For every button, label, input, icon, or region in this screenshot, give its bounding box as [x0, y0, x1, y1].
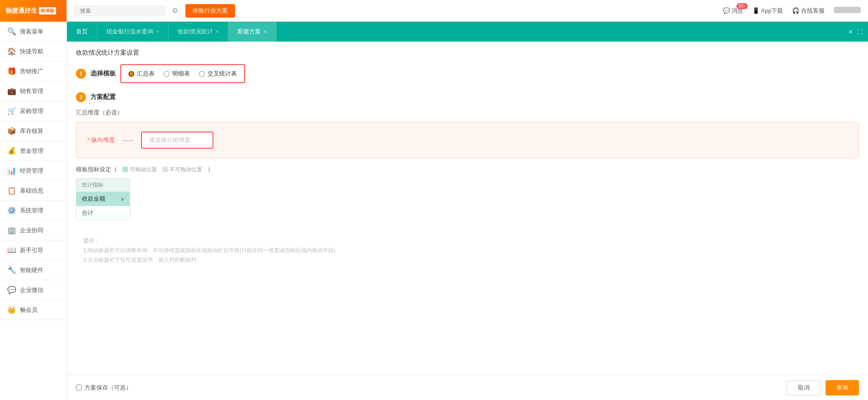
- sidebar-label-11: 新手引导: [20, 246, 43, 254]
- download-icon: 📱: [752, 7, 760, 14]
- non-draggable-dot: [162, 167, 168, 172]
- search-input[interactable]: [74, 5, 165, 16]
- dimension-select[interactable]: 请选择分组维度: [141, 132, 213, 149]
- sidebar-icon-8: 📋: [7, 186, 16, 195]
- stats-table-title: 统计指标: [76, 179, 130, 192]
- sidebar-item-2[interactable]: 🎁 营销推广: [0, 61, 66, 81]
- sidebar-icon-9: ⚙️: [7, 206, 16, 215]
- query-button[interactable]: 查询: [826, 380, 859, 395]
- header-right: 💬 消息 99+ 📱 App下载 🎧 在线客服: [723, 7, 861, 15]
- sidebar-icon-14: 👑: [7, 306, 16, 314]
- legend-draggable: 可拖动位置: [123, 166, 157, 174]
- tab-close-1[interactable]: ×: [156, 28, 159, 35]
- save-checkbox-input[interactable]: [76, 385, 82, 391]
- sidebar-item-5[interactable]: 📦 库存核算: [0, 121, 66, 141]
- draggable-dot: [123, 167, 128, 172]
- dimension-placeholder: 请选择分组维度: [149, 136, 190, 143]
- tips-section: 提示： 1.拖动标题栏可以调整布局，不可跨维度或指标区域拖动栏目字段(只能在同一…: [76, 231, 859, 271]
- sidebar-item-10[interactable]: 🏢 企业协同: [0, 221, 66, 240]
- step1-title: 选择模板: [90, 70, 116, 78]
- tab-1[interactable]: 现金银行流水查询 ×: [97, 22, 169, 42]
- sidebar-icon-12: 🔧: [7, 266, 16, 274]
- radio-huizong-input[interactable]: [128, 71, 134, 77]
- tab-label-1: 现金银行流水查询: [106, 28, 153, 36]
- tab-close-3[interactable]: ×: [264, 28, 267, 35]
- save-label: 方案保存（可选）: [85, 384, 132, 392]
- radio-jiaocha-label[interactable]: 交叉统计表: [208, 70, 237, 78]
- logo-badge: 标准版: [39, 7, 56, 14]
- sidebar-icon-2: 🎁: [7, 67, 16, 75]
- download-button[interactable]: 📱 App下载: [752, 7, 783, 15]
- sidebar-label-7: 经营管理: [20, 167, 43, 175]
- sidebar-item-8[interactable]: 📋 基础信息: [0, 181, 66, 201]
- dimension-title: 汇总维度（必选）: [76, 108, 859, 117]
- close-window-icon[interactable]: ✕: [848, 28, 853, 35]
- user-info[interactable]: [834, 7, 861, 14]
- page-title: 收款情况统计方案设置: [76, 49, 859, 57]
- plan-config: 汇总维度（必选） * 纵向维度 —— 请选择分组维度 模板指标设定（: [76, 108, 859, 271]
- cancel-button[interactable]: 取消: [787, 380, 821, 395]
- bottom-bar: 方案保存（可选） 取消 查询: [67, 375, 868, 400]
- sidebar-icon-0: 🔍: [7, 27, 16, 36]
- tab-label-2: 收款情况统计: [178, 28, 213, 36]
- user-label: [834, 7, 861, 13]
- radio-jiaocha[interactable]: 交叉统计表: [199, 70, 237, 78]
- draggable-label: 可拖动位置: [130, 166, 157, 174]
- sidebar-item-11[interactable]: 📖 新手引导: [0, 240, 66, 260]
- support-label: 在线客服: [801, 7, 825, 14]
- tab-0[interactable]: 首页: [67, 22, 97, 42]
- sidebar-label-3: 销售管理: [20, 87, 43, 95]
- radio-huizong-label[interactable]: 汇总表: [137, 70, 155, 78]
- sidebar-label-10: 企业协同: [20, 226, 43, 235]
- col-label: 收款金额: [82, 195, 105, 203]
- sidebar-item-7[interactable]: 📊 经营管理: [0, 161, 66, 181]
- sidebar-item-3[interactable]: 💼 销售管理: [0, 81, 66, 101]
- sidebar-label-9: 系统管理: [20, 207, 43, 215]
- tab-2[interactable]: 收款情况统计 ×: [169, 22, 228, 42]
- step2-title: 方案配置: [90, 93, 116, 101]
- metrics-close-paren: ）: [208, 165, 213, 174]
- tab-label-3: 新建方案: [237, 28, 261, 36]
- step2-num: 2: [76, 92, 86, 102]
- sidebar-item-14[interactable]: 👑 畅会员: [0, 300, 66, 320]
- stats-row-total: 合计: [76, 206, 130, 220]
- sidebar-label-4: 采购管理: [20, 107, 43, 115]
- sidebar-icon-6: 💰: [7, 146, 16, 155]
- trial-button[interactable]: 体验行业方案: [185, 4, 235, 18]
- dimension-row: * 纵向维度 —— 请选择分组维度: [87, 132, 848, 149]
- radio-mingxi-input[interactable]: [164, 71, 170, 77]
- sidebar-icon-10: 🏢: [7, 226, 16, 235]
- sidebar-item-13[interactable]: 💬 企业微信: [0, 280, 66, 300]
- sidebar-item-9[interactable]: ⚙️ 系统管理: [0, 201, 66, 221]
- tab-label-0: 首页: [76, 28, 88, 36]
- sidebar-label-1: 快捷导航: [20, 47, 43, 56]
- message-button[interactable]: 💬 消息 99+: [723, 7, 744, 15]
- top-header: ⚙ 体验行业方案 💬 消息 99+ 📱 App下载 🎧 在线客服: [67, 0, 868, 22]
- radio-mingxi-label[interactable]: 明细表: [172, 70, 190, 78]
- support-button[interactable]: 🎧 在线客服: [792, 7, 825, 15]
- tab-close-2[interactable]: ×: [216, 28, 219, 35]
- save-checkbox[interactable]: 方案保存（可选）: [76, 384, 132, 392]
- stats-col-header[interactable]: 收款金额 ∨: [76, 192, 130, 206]
- dimension-area: * 纵向维度 —— 请选择分组维度: [76, 122, 859, 158]
- sidebar: 畅捷通好生 标准版 🔍 搜索菜单🏠 快捷导航🎁 营销推广💼 销售管理🛒 采购管理…: [0, 0, 67, 400]
- sidebar-item-6[interactable]: 💰 资金管理: [0, 141, 66, 161]
- sidebar-icon-1: 🏠: [7, 47, 16, 56]
- maximize-icon[interactable]: ⛶: [857, 28, 863, 35]
- radio-huizong[interactable]: 汇总表: [128, 70, 155, 78]
- message-icon: 💬: [723, 7, 730, 14]
- sidebar-item-1[interactable]: 🏠 快捷导航: [0, 42, 66, 61]
- dimension-label: * 纵向维度: [87, 136, 115, 144]
- tab-3[interactable]: 新建方案 ×: [228, 22, 276, 42]
- sidebar-label-8: 基础信息: [20, 187, 43, 195]
- sidebar-item-0[interactable]: 🔍 搜索菜单: [0, 22, 66, 42]
- sidebar-item-4[interactable]: 🛒 采购管理: [0, 101, 66, 121]
- main-area: ⚙ 体验行业方案 💬 消息 99+ 📱 App下载 🎧 在线客服 首页现金银行流…: [67, 0, 868, 400]
- sidebar-label-12: 智能硬件: [20, 266, 43, 274]
- radio-mingxi[interactable]: 明细表: [164, 70, 190, 78]
- sidebar-item-12[interactable]: 🔧 智能硬件: [0, 260, 66, 280]
- radio-jiaocha-input[interactable]: [199, 71, 205, 77]
- message-badge: 99+: [736, 3, 748, 9]
- sidebar-icon-5: 📦: [7, 127, 16, 135]
- gear-icon[interactable]: ⚙: [172, 6, 178, 15]
